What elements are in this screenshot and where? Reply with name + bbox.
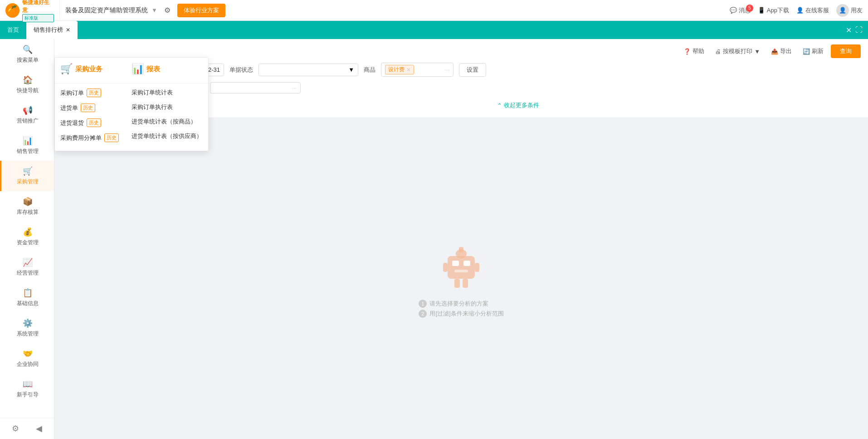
- sidebar-sales-label: 销售管理: [17, 148, 39, 155]
- app-download-btn[interactable]: 📱 App下载: [758, 6, 789, 15]
- filter-row-toolbar: ❓ 帮助 🖨 按模板打印 ▼ 📤 导出 🔄 刷新: [62, 44, 861, 58]
- export-label: 导出: [780, 47, 792, 55]
- logo-area: 🍊 畅捷通好生意 标准版: [5, 0, 60, 20]
- phone-icon: 📱: [758, 7, 765, 14]
- tab-maximize-icon[interactable]: ⛶: [855, 26, 863, 34]
- sidebar-search-label: 搜索菜单: [17, 56, 39, 64]
- goods-label: 商品: [364, 66, 375, 74]
- sidebar-item-search[interactable]: 🔍 搜索菜单: [0, 39, 54, 69]
- empty-hints: 1 请先选择要分析的方案 2 用[过滤]条件来缩小分析范围: [419, 298, 503, 320]
- sidebar-item-guide[interactable]: 📖 新手引导: [0, 374, 54, 404]
- sidebar-basicinfo-label: 基础信息: [17, 300, 39, 307]
- menu-item-order-stat[interactable]: 采购订单统计表: [132, 85, 203, 100]
- export-btn[interactable]: 📤 导出: [767, 45, 795, 57]
- footer-settings-icon[interactable]: ⚙: [12, 424, 19, 434]
- menu-item-purchase-order[interactable]: 采购订单 历史: [60, 85, 132, 100]
- sidebar-purchase-label: 采购管理: [17, 178, 39, 186]
- menu-item-inbound[interactable]: 进货单 历史: [60, 100, 132, 115]
- marketing-icon: 📢: [23, 105, 33, 115]
- sidebar-item-sales[interactable]: 📊 销售管理: [0, 130, 54, 161]
- hint-num-2: 2: [419, 310, 427, 318]
- brand-badge: 标准版: [22, 14, 54, 22]
- collapse-btn[interactable]: ⌃ 收起更多条件: [494, 99, 542, 112]
- inbound-label: 进货单: [60, 104, 78, 112]
- brand-name: 畅捷通好生意: [22, 0, 54, 14]
- empty-illustration: [434, 238, 488, 292]
- sales-icon: 📊: [23, 136, 33, 146]
- refresh-label: 刷新: [812, 47, 824, 55]
- refresh-icon: 🔄: [803, 48, 810, 55]
- collapse-label: 收起更多条件: [504, 101, 539, 109]
- sidebar-item-inventory[interactable]: 📦 库存核算: [0, 191, 54, 222]
- footer-collapse-icon[interactable]: ◀: [36, 424, 42, 434]
- top-bar: 🍊 畅捷通好生意 标准版 装备及固定资产辅助管理系统 ▼ ⚙ 体验行业方案 💬 …: [0, 0, 868, 21]
- settings-icon[interactable]: ⚙: [161, 4, 174, 17]
- menu-item-return[interactable]: 进货退货 历史: [60, 115, 132, 130]
- industry-btn[interactable]: 体验行业方案: [177, 4, 225, 17]
- inbound-badge: 历史: [81, 104, 95, 112]
- toolbar-right: ❓ 帮助 🖨 按模板打印 ▼ 📤 导出 🔄 刷新: [680, 44, 861, 58]
- tab-home[interactable]: 首页: [0, 21, 26, 39]
- sidebar-item-purchase[interactable]: 🛒 采购管理: [0, 161, 54, 191]
- title-arrow-icon[interactable]: ▼: [151, 7, 157, 14]
- message-icon: 💬: [730, 7, 737, 14]
- refresh-btn[interactable]: 🔄 刷新: [799, 45, 827, 57]
- sidebar-item-quicknav[interactable]: 🏠 快捷导航: [0, 69, 54, 100]
- print-btn[interactable]: 🖨 按模板打印 ▼: [712, 45, 764, 57]
- svg-rect-7: [463, 279, 468, 288]
- sidebar-item-enterprise[interactable]: 🤝 企业协同: [0, 343, 54, 374]
- sidebar-item-basicinfo[interactable]: 📋 基础信息: [0, 282, 54, 313]
- svg-rect-2: [463, 261, 470, 266]
- online-service-label: 在线客服: [805, 6, 829, 15]
- empty-state: 1 请先选择要分析的方案 2 用[过滤]条件来缩小分析范围: [54, 118, 868, 439]
- notification-count: 5: [746, 5, 753, 12]
- online-service-btn[interactable]: 👤 在线客服: [796, 6, 829, 15]
- notification-btn[interactable]: 💬 消息 5: [730, 6, 751, 15]
- menu-item-inbound-stat-goods[interactable]: 进货单统计表（按商品）: [132, 114, 203, 129]
- sidebar-item-operations[interactable]: 📈 经营管理: [0, 252, 54, 282]
- sidebar-item-system[interactable]: ⚙️ 系统管理: [0, 313, 54, 343]
- dropdown-divider: [55, 83, 208, 84]
- sidebar-system-label: 系统管理: [17, 330, 39, 338]
- tab-sales-rank-label: 销售排行榜: [34, 26, 63, 34]
- svg-rect-5: [475, 263, 479, 272]
- status-label: 单据状态: [229, 66, 253, 74]
- menu-item-expense[interactable]: 采购费用分摊单 历史: [60, 130, 132, 145]
- content-area: ❓ 帮助 🖨 按模板打印 ▼ 📤 导出 🔄 刷新: [54, 39, 868, 439]
- dropdown-col2-title: 📊 报表: [132, 63, 203, 78]
- sidebar-item-marketing[interactable]: 📢 营销推广: [0, 100, 54, 130]
- system-title: 装备及固定资产辅助管理系统: [65, 6, 148, 15]
- hint-text-2: 用[过滤]条件来缩小分析范围: [429, 310, 503, 318]
- report-icon: 📊: [132, 63, 144, 75]
- print-icon: 🖨: [715, 48, 721, 55]
- user-menu[interactable]: 👤 用友: [836, 4, 863, 17]
- status-arrow-icon: ▼: [348, 66, 354, 73]
- goods-input[interactable]: 设计费 ✕ ···: [381, 63, 454, 77]
- tab-sales-rank[interactable]: 销售排行榜 ✕: [26, 21, 78, 39]
- sidebar-footer: ⚙ ◀: [0, 418, 54, 439]
- help-btn[interactable]: ❓ 帮助: [680, 45, 708, 57]
- status-select[interactable]: ▼: [258, 64, 358, 76]
- search-icon: 🔍: [23, 44, 33, 54]
- query-btn[interactable]: 查询: [831, 44, 861, 58]
- tab-close-window-icon[interactable]: ✕: [846, 26, 852, 35]
- menu-item-inbound-stat-supplier[interactable]: 进货单统计表（按供应商）: [132, 129, 203, 143]
- settings-btn[interactable]: 设置: [459, 63, 486, 77]
- export-icon: 📤: [771, 48, 778, 55]
- dropdown-col2: 采购订单统计表 采购订单执行表 进货单统计表（按商品） 进货单统计表（按供应商）: [132, 85, 203, 145]
- goods-tag-remove-icon[interactable]: ✕: [406, 67, 411, 73]
- salesman-input[interactable]: ···: [210, 82, 301, 94]
- sidebar-enterprise-label: 企业协同: [17, 360, 39, 368]
- menu-item-order-exec[interactable]: 采购订单执行表: [132, 100, 203, 114]
- hint-num-1: 1: [419, 300, 427, 308]
- sidebar-operations-label: 经营管理: [17, 269, 39, 277]
- return-label: 进货退货: [60, 119, 84, 127]
- sidebar-marketing-label: 营销推广: [17, 117, 39, 125]
- dropdown-header: 🛒 采购业务 📊 报表: [55, 63, 208, 81]
- return-badge: 历史: [87, 118, 101, 127]
- salesman-dots: ···: [292, 84, 297, 91]
- tab-close-icon[interactable]: ✕: [66, 27, 70, 33]
- sidebar-item-capital[interactable]: 💰 资金管理: [0, 222, 54, 252]
- order-exec-label: 采购订单执行表: [132, 103, 173, 111]
- logo-icon: 🍊: [5, 3, 20, 18]
